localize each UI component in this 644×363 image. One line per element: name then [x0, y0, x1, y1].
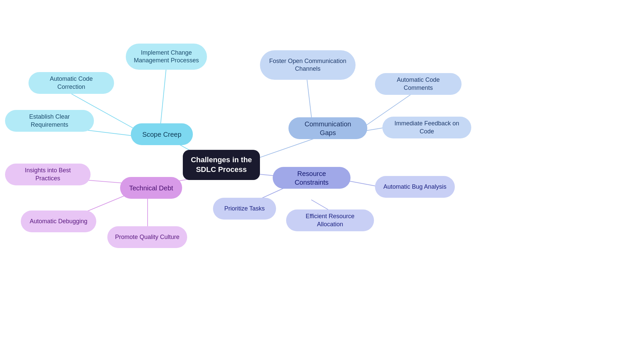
resource-constraints-node: Resource Constraints — [273, 167, 351, 189]
auto-debugging-label: Automatic Debugging — [30, 218, 87, 225]
insights-best-label: Insights into Best Practices — [12, 167, 83, 182]
prioritize-tasks-node: Prioritize Tasks — [213, 198, 276, 220]
insights-best-node: Insights into Best Practices — [5, 164, 91, 185]
center-node: Challenges in the SDLC Process — [183, 150, 260, 180]
immediate-feedback-label: Immediate Feedback on Code — [390, 120, 464, 135]
implement-change-node: Implement Change Management Processes — [126, 44, 207, 70]
center-label: Challenges in the SDLC Process — [190, 155, 253, 174]
technical-debt-node: Technical Debt — [120, 177, 182, 199]
resource-constraints-label: Resource Constraints — [280, 169, 343, 187]
technical-debt-label: Technical Debt — [129, 184, 173, 192]
auto-code-comments-label: Automatic Code Comments — [382, 76, 454, 92]
promote-quality-node: Promote Quality Culture — [107, 226, 187, 248]
svg-line-1 — [160, 70, 166, 127]
immediate-feedback-node: Immediate Feedback on Code — [382, 117, 471, 138]
communication-gaps-node: Communication Gaps — [288, 117, 367, 139]
scope-creep-node: Scope Creep — [131, 123, 193, 145]
auto-code-correction-label: Automatic Code Correction — [36, 75, 107, 91]
efficient-resource-node: Efficient Resource Allocation — [286, 209, 374, 231]
svg-line-15 — [349, 181, 376, 186]
auto-bug-analysis-node: Automatic Bug Analysis — [375, 176, 455, 198]
establish-clear-label: Establish Clear Requirements — [12, 113, 87, 129]
foster-open-label: Foster Open Communication Channels — [267, 57, 348, 73]
auto-bug-analysis-label: Automatic Bug Analysis — [383, 183, 446, 191]
scope-creep-label: Scope Creep — [142, 130, 181, 139]
implement-change-label: Implement Change Management Processes — [133, 49, 200, 65]
svg-line-14 — [311, 200, 330, 210]
prioritize-tasks-label: Prioritize Tasks — [224, 205, 265, 213]
auto-code-comments-node: Automatic Code Comments — [375, 73, 462, 95]
efficient-resource-label: Efficient Resource Allocation — [293, 213, 367, 228]
svg-line-7 — [366, 128, 384, 131]
establish-clear-node: Establish Clear Requirements — [5, 110, 94, 132]
svg-line-5 — [307, 79, 312, 121]
communication-gaps-label: Communication Gaps — [296, 120, 360, 137]
auto-code-correction-node: Automatic Code Correction — [29, 72, 114, 94]
auto-debugging-node: Automatic Debugging — [21, 210, 96, 232]
promote-quality-label: Promote Quality Culture — [115, 233, 179, 241]
foster-open-node: Foster Open Communication Channels — [260, 50, 356, 80]
